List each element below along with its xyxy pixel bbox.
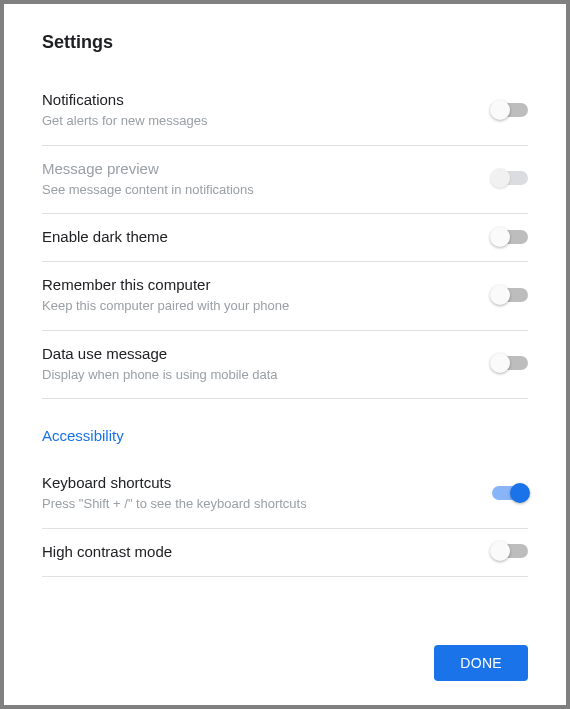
toggle-high-contrast[interactable] [492, 544, 528, 558]
setting-text: Notifications Get alerts for new message… [42, 89, 476, 131]
toggle-dark-theme[interactable] [492, 230, 528, 244]
dialog-footer: DONE [42, 645, 528, 681]
setting-text: Keyboard shortcuts Press "Shift + /" to … [42, 472, 476, 514]
toggle-remember-computer[interactable] [492, 288, 528, 302]
toggle-message-preview [492, 171, 528, 185]
setting-text: Enable dark theme [42, 226, 476, 247]
toggle-keyboard-shortcuts[interactable] [492, 486, 528, 500]
dialog-title: Settings [42, 32, 528, 53]
setting-desc: Keep this computer paired with your phon… [42, 296, 476, 316]
setting-keyboard-shortcuts: Keyboard shortcuts Press "Shift + /" to … [42, 460, 528, 529]
setting-data-use: Data use message Display when phone is u… [42, 331, 528, 400]
setting-label: Notifications [42, 89, 476, 110]
setting-label: High contrast mode [42, 541, 476, 562]
toggle-notifications[interactable] [492, 103, 528, 117]
setting-desc: Display when phone is using mobile data [42, 365, 476, 385]
setting-label: Remember this computer [42, 274, 476, 295]
setting-high-contrast: High contrast mode [42, 529, 528, 577]
setting-desc: Get alerts for new messages [42, 111, 476, 131]
setting-label: Data use message [42, 343, 476, 364]
accessibility-header: Accessibility [42, 427, 528, 444]
setting-label: Enable dark theme [42, 226, 476, 247]
setting-desc: See message content in notifications [42, 180, 476, 200]
spacer [42, 577, 528, 622]
setting-remember-computer: Remember this computer Keep this compute… [42, 262, 528, 331]
setting-message-preview: Message preview See message content in n… [42, 146, 528, 215]
setting-text: Remember this computer Keep this compute… [42, 274, 476, 316]
settings-dialog: Settings Notifications Get alerts for ne… [4, 4, 566, 705]
setting-notifications: Notifications Get alerts for new message… [42, 77, 528, 146]
setting-label: Message preview [42, 158, 476, 179]
setting-label: Keyboard shortcuts [42, 472, 476, 493]
setting-dark-theme: Enable dark theme [42, 214, 528, 262]
setting-desc: Press "Shift + /" to see the keyboard sh… [42, 494, 476, 514]
done-button[interactable]: DONE [434, 645, 528, 681]
setting-text: High contrast mode [42, 541, 476, 562]
toggle-data-use[interactable] [492, 356, 528, 370]
setting-text: Message preview See message content in n… [42, 158, 476, 200]
setting-text: Data use message Display when phone is u… [42, 343, 476, 385]
